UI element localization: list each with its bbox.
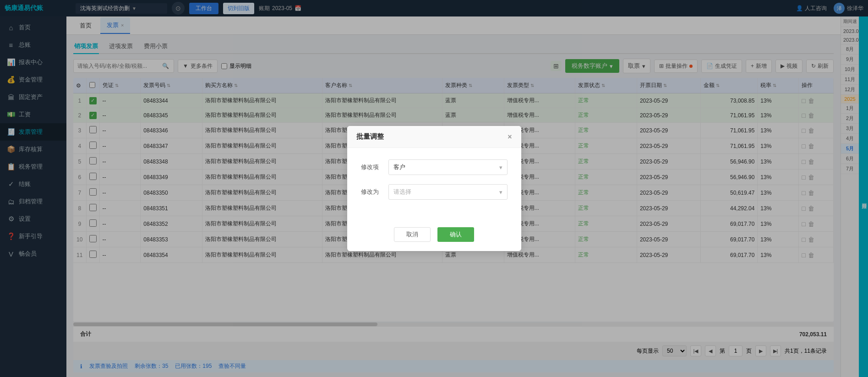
modal-body: 修改项 客户 ▾ 修改为 请选择 ▾ [347,148,521,220]
modal-confirm-button[interactable]: 确认 [437,227,474,242]
modal-overlay[interactable]: 批量调整 × 修改项 客户 ▾ 修改为 请选择 ▾ 取消 确认 [0,0,868,377]
modal-title: 批量调整 [356,132,384,141]
modal-field-arrow: ▾ [499,164,502,171]
modal-close-button[interactable]: × [508,133,512,141]
modal-target-row: 修改为 请选择 ▾ [361,184,508,200]
modal-field-label: 修改项 [361,163,382,171]
modal-target-select[interactable]: 请选择 ▾ [388,184,508,200]
modal-target-label: 修改为 [361,188,382,196]
modal-header: 批量调整 × [347,126,521,148]
modal-cancel-button[interactable]: 取消 [394,227,431,242]
modal-field-select[interactable]: 客户 ▾ [388,159,508,175]
modal-field-value: 客户 [393,163,405,171]
modal-field-row: 修改项 客户 ▾ [361,159,508,175]
batch-adjust-modal: 批量调整 × 修改项 客户 ▾ 修改为 请选择 ▾ 取消 确认 [347,126,521,251]
modal-target-placeholder: 请选择 [393,188,411,196]
modal-target-arrow: ▾ [499,189,502,196]
modal-footer: 取消 确认 [347,220,521,251]
